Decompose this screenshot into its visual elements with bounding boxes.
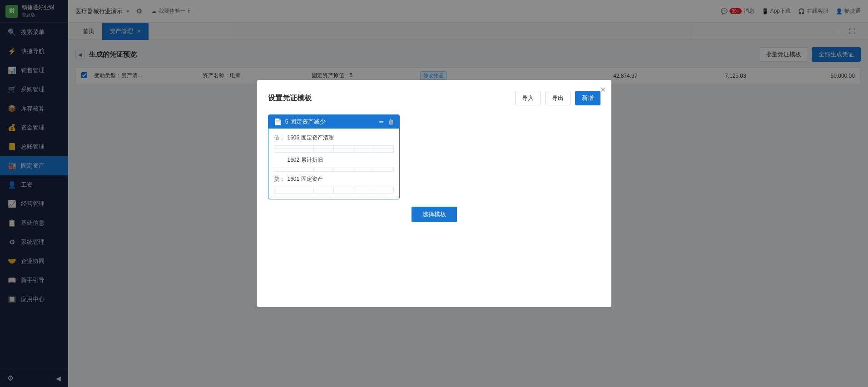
modal-header: 设置凭证模板 导入 导出 新增 [268,91,600,105]
modal-import-button[interactable]: 导入 [515,91,541,105]
template-edit-icon[interactable]: ✏ [379,119,384,125]
entry-account-1: 1602 累计折旧 [288,156,394,164]
template-doc-icon: 📄 [274,118,282,125]
entry-account-2: 1601 固定资产 [288,175,394,183]
modal-action-buttons: 导入 导出 新增 [515,91,600,105]
content-area: ◀ 生成的凭证预览 批量凭证模板 全部生成凭证 变动类型：资产清... [68,40,868,387]
template-entry-0: 借： 1606 固定资产清理 [274,132,394,144]
modal-dialog: ✕ 设置凭证模板 导入 导出 新增 📄 5-固定资产减少 ✏ [257,80,611,307]
entry-account-0: 1606 固定资产清理 [288,134,394,142]
modal-title: 设置凭证模板 [268,94,312,103]
modal-close-button[interactable]: ✕ [600,85,606,94]
template-card-title: 5-固定资产减少 [285,118,379,126]
template-card-body: 借： 1606 固定资产清理 [268,129,399,199]
entry-side-0: 借： [274,134,288,142]
template-entry-1: 1602 累计折旧 [274,154,394,166]
template-entry-2: 贷： 1601 固定资产 [274,174,394,185]
select-template-button[interactable]: 选择模板 [412,207,457,222]
modal-export-button[interactable]: 导出 [545,91,570,105]
template-delete-icon[interactable]: 🗑 [388,119,394,125]
modal-overlay: ✕ 设置凭证模板 导入 导出 新增 📄 5-固定资产减少 ✏ [68,40,868,387]
main-area: 医疗器械行业演示 ▼ ⚙ ☁ 我要体验一下 💬99+消息📱App下载🎧在线客服👤… [68,0,868,387]
template-card: 📄 5-固定资产减少 ✏ 🗑 借： 1606 固定资产清理 [268,114,400,199]
template-card-header: 📄 5-固定资产减少 ✏ 🗑 [268,115,399,129]
template-card-header-actions: ✏ 🗑 [379,119,394,125]
entry-side-2: 贷： [274,175,288,183]
modal-new-button[interactable]: 新增 [575,91,600,105]
